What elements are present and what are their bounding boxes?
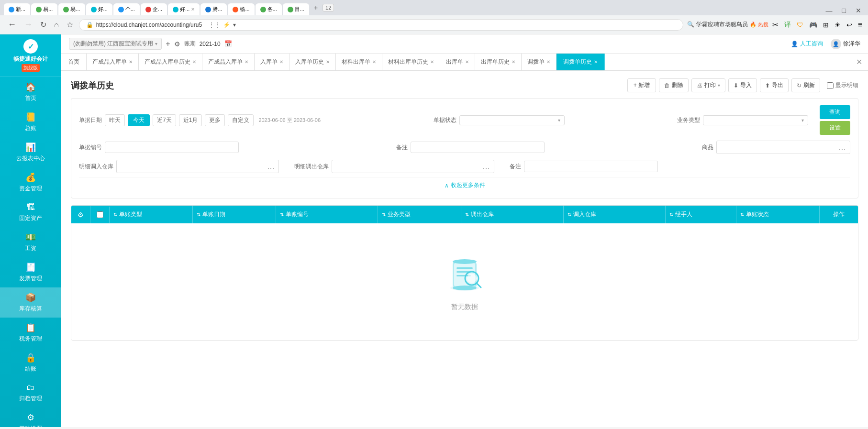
tab-close-icon[interactable]: ✕ [594, 59, 598, 65]
yesterday-btn[interactable]: 昨天 [105, 114, 125, 126]
browser-tab[interactable]: 好... [86, 3, 112, 15]
tab-panel-close[interactable]: ✕ [850, 57, 868, 66]
tab-out[interactable]: 出库单 ✕ [440, 54, 475, 70]
browser-tab[interactable]: 目... [283, 3, 309, 15]
note-input[interactable] [411, 142, 545, 153]
sort-icon[interactable]: ⇅ [197, 212, 200, 217]
custom-date-btn[interactable]: 自定义 [228, 114, 254, 126]
menu-icon[interactable]: ≡ [858, 21, 862, 29]
window-close[interactable]: ✕ [853, 6, 864, 15]
sort-icon[interactable]: ⇅ [669, 212, 673, 217]
tab-close-icon[interactable]: ✕ [546, 59, 550, 65]
tab-product-in-hist[interactable]: 产成品入库单历史 ✕ [139, 54, 202, 70]
tab-close-icon[interactable]: ✕ [326, 59, 330, 65]
back-btn[interactable]: ← [6, 19, 18, 31]
translate-icon[interactable]: 译 [784, 21, 791, 29]
new-tab-btn[interactable]: + [310, 1, 322, 14]
sidebar-item-close-books[interactable]: 🔒 结账 [0, 348, 61, 378]
last-month-btn[interactable]: 近1月 [179, 114, 202, 126]
browser-tab[interactable]: 新... [4, 3, 30, 15]
scissors-icon[interactable]: ✂ [772, 21, 779, 29]
sidebar-item-settings[interactable]: ⚙ 基础设置 [0, 407, 61, 427]
tab-close-icon[interactable]: ✕ [512, 59, 515, 65]
shield-icon[interactable]: 🛡 [797, 21, 803, 29]
sort-icon[interactable]: ⇅ [568, 212, 571, 217]
tab-transfer-hist[interactable]: 调拨单历史 ✕ [556, 54, 605, 70]
collapse-label[interactable]: 收起更多条件 [451, 181, 485, 189]
tab-close-icon[interactable]: ✕ [372, 59, 376, 65]
tab-material-out[interactable]: 材料出库单 ✕ [336, 54, 382, 70]
sort-icon[interactable]: ⇅ [113, 212, 117, 217]
user-menu[interactable]: 👤 徐泽华 [831, 39, 860, 49]
more-date-btn[interactable]: 更多 [205, 114, 225, 126]
home-btn[interactable]: ⌂ [52, 20, 61, 30]
today-btn[interactable]: 今天 [128, 114, 150, 126]
new-btn[interactable]: + 新增 [627, 78, 656, 92]
goods-more-icon[interactable]: … [838, 143, 846, 152]
th-checkbox[interactable] [90, 207, 110, 223]
sidebar-item-ledger[interactable]: 📒 总账 [0, 107, 61, 137]
browser-tab[interactable]: 易... [58, 3, 85, 15]
tab-product-in2[interactable]: 产成品入库单 ✕ [202, 54, 255, 70]
browser-tab[interactable]: 易... [31, 3, 57, 15]
tab-close-icon[interactable]: ✕ [245, 59, 248, 65]
show-cols-toggle[interactable]: 显示明细 [827, 81, 858, 89]
brightness-icon[interactable]: ☀ [835, 21, 841, 29]
tab-close-icon[interactable]: ✕ [465, 59, 469, 65]
reload-btn[interactable]: ↻ [38, 19, 48, 30]
calendar-icon[interactable]: 📅 [224, 40, 232, 47]
sidebar-item-capital[interactable]: 💰 资金管理 [0, 167, 61, 198]
window-minimize[interactable]: — [823, 6, 835, 15]
tab-close-icon[interactable]: ✕ [192, 59, 196, 65]
sort-icon[interactable]: ⇅ [280, 212, 284, 217]
tab-in-hist[interactable]: 入库单历史 ✕ [289, 54, 336, 70]
delete-btn[interactable]: 🗑 删除 [659, 78, 689, 92]
note2-input[interactable] [524, 161, 658, 172]
browser-tab[interactable]: 畅... [228, 3, 254, 15]
select-all-checkbox[interactable] [97, 211, 103, 218]
biz-type-select[interactable]: ▾ [703, 115, 808, 125]
add-company-btn[interactable]: + [166, 40, 170, 48]
in-wh-more-icon[interactable]: … [267, 162, 275, 171]
browser-tab[interactable]: 企... [141, 3, 167, 15]
status-select[interactable]: ▾ [459, 115, 565, 125]
sidebar-item-inventory[interactable]: 📦 库存核算 [0, 287, 61, 318]
sort-icon[interactable]: ⇅ [465, 212, 469, 217]
tab-product-in[interactable]: 产成品入库单 ✕ [87, 54, 139, 70]
tab-close-icon[interactable]: ✕ [279, 59, 283, 65]
out-wh-more-icon[interactable]: … [482, 162, 490, 171]
in-wh-input[interactable]: … [116, 160, 279, 173]
grid-icon[interactable]: ⊞ [823, 21, 829, 29]
column-settings-icon[interactable]: ⚙ [78, 211, 84, 219]
tab-material-out-hist[interactable]: 材料出库单历史 ✕ [382, 54, 440, 70]
sidebar-item-archive[interactable]: 🗂 归档管理 [0, 378, 61, 407]
bookmark-btn[interactable]: ☆ [65, 19, 75, 30]
tab-close-icon[interactable]: ✕ [430, 59, 434, 65]
game-icon[interactable]: 🎮 [809, 21, 817, 29]
browser-tab[interactable]: 好... ✕ [168, 3, 200, 15]
window-maximize[interactable]: □ [839, 6, 849, 15]
browser-tab[interactable]: 各... [256, 3, 282, 15]
sidebar-item-home[interactable]: 🏠 首页 [0, 77, 61, 107]
company-selector[interactable]: (勿删勿禁用) 江西服宝测试专用 ▾ [69, 38, 162, 50]
tab-home[interactable]: 首页 [61, 54, 87, 70]
sidebar-item-reports[interactable]: 📊 云报表中心 [0, 137, 61, 167]
sidebar-item-fixed[interactable]: 🏗 固定资产 [0, 198, 61, 227]
export-btn[interactable]: ⬆ 导出 [760, 78, 789, 92]
sidebar-item-invoice[interactable]: 🧾 发票管理 [0, 257, 61, 287]
last7-btn[interactable]: 近7天 [153, 114, 176, 126]
tab-transfer[interactable]: 调拨单 ✕ [522, 54, 556, 70]
sidebar-item-tax[interactable]: 📋 税务管理 [0, 318, 61, 348]
refresh-btn[interactable]: ↻ 刷新 [791, 78, 820, 92]
browser-tab[interactable]: 腾... [200, 3, 227, 15]
company-settings-icon[interactable]: ⚙ [174, 40, 180, 48]
sort-icon[interactable]: ⇅ [382, 212, 386, 217]
import-btn[interactable]: ⬇ 导入 [728, 78, 757, 92]
undo-icon[interactable]: ↩ [846, 21, 852, 29]
browser-tab[interactable]: 个... [113, 3, 140, 15]
forward-btn[interactable]: → [22, 19, 34, 31]
th-settings[interactable]: ⚙ [71, 206, 90, 223]
print-btn[interactable]: 🖨 打印 ▾ [691, 78, 725, 92]
sidebar-item-salary[interactable]: 💵 工资 [0, 227, 61, 257]
tab-out-hist[interactable]: 出库单历史 ✕ [475, 54, 522, 70]
